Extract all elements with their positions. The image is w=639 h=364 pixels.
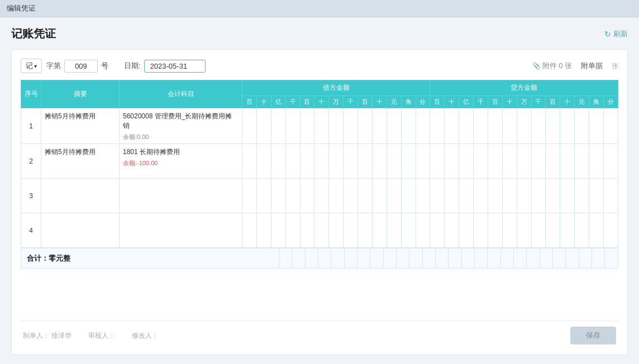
debit-cell[interactable] bbox=[300, 213, 314, 248]
debit-cell[interactable] bbox=[271, 213, 285, 248]
credit-cell[interactable] bbox=[575, 179, 589, 213]
credit-cell[interactable] bbox=[445, 108, 459, 144]
row-summary[interactable] bbox=[41, 213, 120, 248]
credit-cell[interactable] bbox=[517, 108, 531, 144]
credit-cell[interactable] bbox=[603, 179, 618, 213]
credit-cell[interactable] bbox=[502, 179, 517, 213]
debit-cell[interactable] bbox=[256, 179, 271, 213]
debit-cell[interactable] bbox=[401, 179, 416, 213]
credit-cell[interactable] bbox=[488, 108, 502, 144]
debit-cell[interactable] bbox=[358, 213, 373, 248]
debit-cell[interactable] bbox=[285, 144, 300, 179]
debit-cell[interactable] bbox=[387, 213, 401, 248]
debit-cell[interactable] bbox=[344, 213, 358, 248]
credit-cell[interactable] bbox=[445, 179, 459, 213]
debit-cell[interactable] bbox=[416, 108, 430, 144]
credit-cell[interactable] bbox=[575, 213, 589, 248]
debit-cell[interactable] bbox=[314, 179, 329, 213]
debit-cell[interactable] bbox=[300, 179, 314, 213]
credit-cell[interactable] bbox=[546, 179, 560, 213]
credit-cell[interactable] bbox=[430, 144, 445, 179]
credit-cell[interactable] bbox=[474, 179, 488, 213]
debit-cell[interactable] bbox=[314, 213, 329, 248]
debit-cell[interactable] bbox=[242, 213, 257, 248]
debit-cell[interactable] bbox=[358, 179, 373, 213]
credit-cell[interactable] bbox=[517, 144, 531, 179]
row-summary[interactable]: 摊销5月待摊费用 bbox=[41, 144, 120, 179]
credit-cell[interactable] bbox=[546, 213, 560, 248]
debit-cell[interactable] bbox=[416, 213, 430, 248]
debit-cell[interactable] bbox=[300, 144, 314, 179]
credit-cell[interactable] bbox=[575, 144, 589, 179]
debit-cell[interactable] bbox=[329, 213, 344, 248]
debit-cell[interactable] bbox=[271, 108, 285, 144]
debit-cell[interactable] bbox=[329, 144, 344, 179]
credit-cell[interactable] bbox=[560, 213, 575, 248]
credit-cell[interactable] bbox=[502, 213, 517, 248]
credit-cell[interactable] bbox=[560, 144, 575, 179]
credit-cell[interactable] bbox=[488, 179, 502, 213]
credit-cell[interactable] bbox=[546, 108, 560, 144]
credit-cell[interactable] bbox=[445, 144, 459, 179]
debit-cell[interactable] bbox=[256, 108, 271, 144]
debit-cell[interactable] bbox=[271, 179, 285, 213]
credit-cell[interactable] bbox=[459, 213, 474, 248]
row-account[interactable]: 1801 长期待摊费用余额:-100.00 bbox=[120, 144, 242, 179]
credit-cell[interactable] bbox=[603, 144, 618, 179]
debit-cell[interactable] bbox=[416, 144, 430, 179]
credit-cell[interactable] bbox=[603, 213, 618, 248]
attach-link[interactable]: 📎 附件 0 张 bbox=[532, 61, 572, 71]
credit-cell[interactable] bbox=[430, 179, 445, 213]
debit-cell[interactable] bbox=[256, 213, 271, 248]
credit-cell[interactable] bbox=[488, 213, 502, 248]
debit-cell[interactable] bbox=[256, 144, 271, 179]
debit-cell[interactable] bbox=[329, 179, 344, 213]
debit-cell[interactable] bbox=[372, 179, 387, 213]
refresh-button[interactable]: ↻ 刷新 bbox=[604, 29, 628, 39]
debit-cell[interactable] bbox=[387, 179, 401, 213]
debit-cell[interactable] bbox=[401, 144, 416, 179]
debit-cell[interactable] bbox=[358, 144, 373, 179]
credit-cell[interactable] bbox=[589, 144, 604, 179]
credit-cell[interactable] bbox=[531, 213, 546, 248]
credit-cell[interactable] bbox=[459, 179, 474, 213]
debit-cell[interactable] bbox=[401, 108, 416, 144]
row-summary[interactable] bbox=[41, 179, 120, 213]
credit-cell[interactable] bbox=[531, 179, 546, 213]
row-summary[interactable]: 摊销5月待摊费用 bbox=[41, 108, 120, 144]
debit-cell[interactable] bbox=[242, 108, 257, 144]
debit-cell[interactable] bbox=[344, 108, 358, 144]
debit-cell[interactable] bbox=[358, 108, 373, 144]
credit-cell[interactable] bbox=[502, 144, 517, 179]
row-account[interactable] bbox=[120, 179, 242, 213]
debit-cell[interactable] bbox=[285, 213, 300, 248]
row-account[interactable] bbox=[120, 213, 242, 248]
debit-cell[interactable] bbox=[242, 179, 257, 213]
debit-cell[interactable] bbox=[242, 144, 257, 179]
credit-cell[interactable] bbox=[560, 108, 575, 144]
credit-cell[interactable] bbox=[531, 144, 546, 179]
credit-cell[interactable] bbox=[531, 108, 546, 144]
debit-cell[interactable] bbox=[285, 179, 300, 213]
credit-cell[interactable] bbox=[474, 108, 488, 144]
credit-cell[interactable] bbox=[459, 144, 474, 179]
debit-cell[interactable] bbox=[329, 108, 344, 144]
credit-cell[interactable] bbox=[560, 179, 575, 213]
credit-cell[interactable] bbox=[546, 144, 560, 179]
date-input[interactable] bbox=[144, 60, 206, 73]
credit-cell[interactable] bbox=[488, 144, 502, 179]
debit-cell[interactable] bbox=[344, 179, 358, 213]
voucher-number-input[interactable] bbox=[64, 60, 98, 73]
credit-cell[interactable] bbox=[502, 108, 517, 144]
credit-cell[interactable] bbox=[517, 213, 531, 248]
debit-cell[interactable] bbox=[314, 144, 329, 179]
credit-cell[interactable] bbox=[575, 108, 589, 144]
debit-cell[interactable] bbox=[300, 108, 314, 144]
credit-cell[interactable] bbox=[589, 213, 604, 248]
debit-cell[interactable] bbox=[372, 144, 387, 179]
debit-cell[interactable] bbox=[271, 144, 285, 179]
credit-cell[interactable] bbox=[459, 108, 474, 144]
voucher-type-dropdown[interactable]: 记 ▾ bbox=[21, 59, 42, 73]
credit-cell[interactable] bbox=[430, 108, 445, 144]
debit-cell[interactable] bbox=[285, 108, 300, 144]
